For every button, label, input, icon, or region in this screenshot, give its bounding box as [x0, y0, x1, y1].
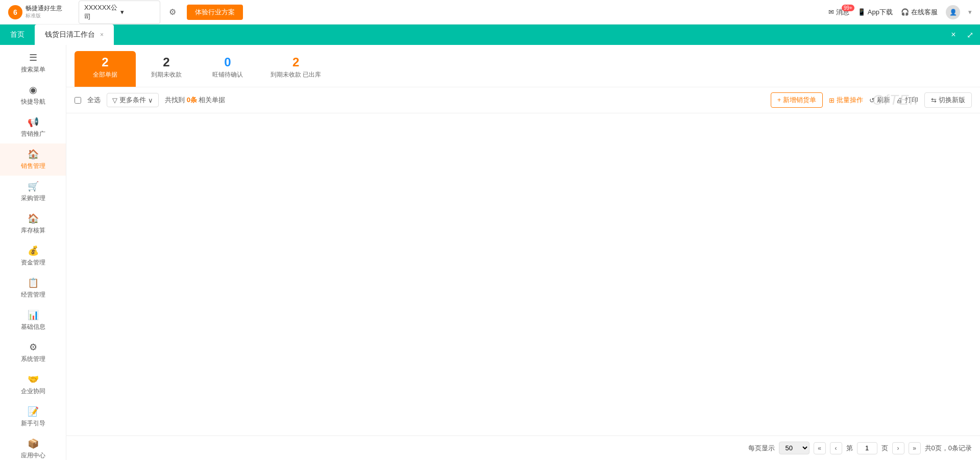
prev-page-button[interactable]: ‹ [830, 442, 842, 454]
sidebar-label-sales-mgmt: 销售管理 [21, 162, 45, 171]
print-button[interactable]: 🖨 打印 [896, 95, 918, 105]
stat-num-overdue: 2 [163, 55, 169, 69]
inventory-icon: 🏠 [28, 213, 39, 224]
search-menu-icon: ☰ [29, 52, 37, 63]
message-badge: 99+ [842, 5, 854, 11]
sidebar-item-sales-mgmt[interactable]: 🏠 销售管理 [0, 143, 66, 176]
stats-tabs-bar: 2 全部单据 2 到期未收款 0 旺铺待确认 2 到期未收款 已出库 [66, 45, 980, 87]
experience-industry-button[interactable]: 体验行业方案 [187, 5, 243, 20]
logo-icon: 6 [8, 5, 22, 19]
print-label: 打印 [905, 95, 918, 105]
batch-operation-button[interactable]: ⊞ 批量操作 [829, 95, 863, 105]
sidebar-item-app-center[interactable]: 📦 应用中心 [0, 433, 66, 460]
logo-sub: 标准版 [26, 12, 62, 19]
select-all-label: 全选 [87, 95, 101, 105]
sidebar-label-sys-mgmt: 系统管理 [21, 355, 45, 364]
company-name: XXXXXX公司 [84, 3, 118, 21]
main-content-area: 2 全部单据 2 到期未收款 0 旺铺待确认 2 到期未收款 已出库 全选 ▽ … [66, 45, 980, 460]
close-window-button[interactable]: × [947, 29, 960, 41]
switch-new-label: 切换新版 [939, 95, 965, 105]
logo-text: 畅捷通好生意 [26, 5, 62, 13]
add-sales-order-button[interactable]: + 新增销货单 [771, 92, 823, 108]
main-layout: ☰ 搜索菜单 ◉ 快捷导航 📢 营销推广 🏠 销售管理 🛒 采购管理 🏠 库存核… [0, 45, 980, 460]
filter-icon: ▽ [112, 96, 117, 104]
app-download-button[interactable]: 📱 App下载 [857, 8, 893, 17]
stat-num-all: 2 [102, 55, 108, 69]
stat-label-unshipped: 到期未收款 已出库 [271, 70, 321, 79]
page-suffix: 页 [881, 444, 888, 453]
settings-button[interactable]: ⚙ [164, 4, 181, 20]
app-download-label: App下载 [868, 8, 893, 17]
home-tab-label: 首页 [10, 30, 24, 39]
sidebar-item-search-menu[interactable]: ☰ 搜索菜单 [0, 47, 66, 79]
sidebar-label-search-menu: 搜索菜单 [21, 65, 45, 74]
marketing-icon: 📢 [28, 116, 39, 128]
pagination-bar: 每页显示 50 100 200 « ‹ 第 页 › » 共0页，0条记录 [66, 435, 980, 460]
per-page-label: 每页显示 [748, 444, 775, 453]
stat-tab-overdue-unshipped[interactable]: 2 到期未收款 已出库 [258, 51, 333, 87]
sidebar-item-marketing[interactable]: 📢 营销推广 [0, 111, 66, 143]
company-selector[interactable]: XXXXXX公司 ▾ [79, 1, 160, 24]
found-suffix: 相关单据 [199, 96, 225, 104]
sidebar-label-app-center: 应用中心 [21, 451, 45, 460]
sidebar-label-newbie-guide: 新手引导 [21, 419, 45, 428]
last-page-button[interactable]: » [909, 442, 921, 454]
sidebar-label-inventory: 库存核算 [21, 226, 45, 235]
switch-icon: ⇆ [931, 96, 937, 104]
last-page-icon: » [913, 445, 916, 452]
refresh-label: 刷新 [877, 95, 890, 105]
tab-home[interactable]: 首页 [0, 25, 35, 45]
finance-icon: 💰 [28, 245, 39, 256]
per-page-select[interactable]: 50 100 200 [779, 442, 810, 454]
sidebar-item-basic-info[interactable]: 📊 基础信息 [0, 304, 66, 336]
close-tab-icon[interactable]: × [100, 31, 104, 38]
sidebar: ☰ 搜索菜单 ◉ 快捷导航 📢 营销推广 🏠 销售管理 🛒 采购管理 🏠 库存核… [0, 45, 66, 460]
sidebar-item-newbie-guide[interactable]: 📝 新手引导 [0, 401, 66, 433]
page-number-input[interactable] [857, 442, 877, 454]
sidebar-label-purchase-mgmt: 采购管理 [21, 194, 45, 203]
message-icon: ✉ [828, 8, 834, 16]
avatar-placeholder: 👤 [949, 9, 957, 16]
first-page-button[interactable]: « [814, 442, 826, 454]
sidebar-item-inventory[interactable]: 🏠 库存核算 [0, 208, 66, 240]
select-all-checkbox[interactable] [75, 97, 81, 104]
logo-area: 6 畅捷通好生意 标准版 [8, 5, 75, 20]
message-button[interactable]: ✉ 消息 99+ [828, 8, 849, 17]
sidebar-label-quick-nav: 快捷导航 [21, 98, 45, 106]
maximize-button[interactable]: ⤢ [964, 29, 976, 41]
nav-tabs-right: × ⤢ [947, 29, 980, 41]
tab-qianhuo[interactable]: 钱货日清工作台 × [35, 25, 114, 45]
refresh-icon: ↺ [869, 96, 875, 104]
newbie-guide-icon: 📝 [28, 406, 39, 417]
dropdown-arrow-icon: ▾ [120, 8, 155, 16]
stat-tab-wangpu[interactable]: 0 旺铺待确认 [197, 51, 258, 87]
page-label: 第 [846, 444, 853, 453]
stat-label-wangpu: 旺铺待确认 [212, 70, 243, 79]
user-name-area[interactable]: ▾ [968, 8, 972, 16]
refresh-button[interactable]: ↺ 刷新 [869, 95, 890, 105]
app-center-icon: 📦 [28, 438, 39, 449]
sidebar-item-purchase-mgmt[interactable]: 🛒 采购管理 [0, 176, 66, 208]
nav-tabs-bar: 首页 钱货日清工作台 × × ⤢ [0, 25, 980, 45]
stat-tab-all[interactable]: 2 全部单据 [75, 51, 136, 87]
total-records-label: 共0页，0条记录 [925, 444, 972, 453]
sidebar-item-enterprise-coop[interactable]: 🤝 企业协同 [0, 369, 66, 401]
sidebar-item-finance[interactable]: 💰 资金管理 [0, 240, 66, 272]
stat-tab-overdue-uncollected[interactable]: 2 到期未收款 [136, 51, 197, 87]
logo-text-block: 畅捷通好生意 标准版 [26, 5, 62, 20]
found-prefix: 共找到 [165, 96, 185, 104]
online-service-label: 在线客服 [911, 8, 938, 17]
sidebar-item-sys-mgmt[interactable]: ⚙ 系统管理 [0, 336, 66, 369]
avatar[interactable]: 👤 [946, 5, 960, 19]
sidebar-item-operations[interactable]: 📋 经营管理 [0, 272, 66, 304]
sales-mgmt-icon: 🏠 [28, 149, 39, 160]
sidebar-item-quick-nav[interactable]: ◉ 快捷导航 [0, 79, 66, 111]
stat-num-wangpu: 0 [224, 55, 231, 69]
switch-new-version-button[interactable]: ⇆ 切换新版 [924, 92, 972, 108]
header-right-area: ✉ 消息 99+ 📱 App下载 🎧 在线客服 👤 ▾ [828, 5, 972, 19]
more-filter-button[interactable]: ▽ 更多条件 ∨ [107, 93, 159, 107]
batch-op-label: 批量操作 [837, 95, 863, 105]
online-service-button[interactable]: 🎧 在线客服 [901, 8, 938, 17]
headset-icon: 🎧 [901, 8, 909, 16]
next-page-button[interactable]: › [892, 442, 904, 454]
